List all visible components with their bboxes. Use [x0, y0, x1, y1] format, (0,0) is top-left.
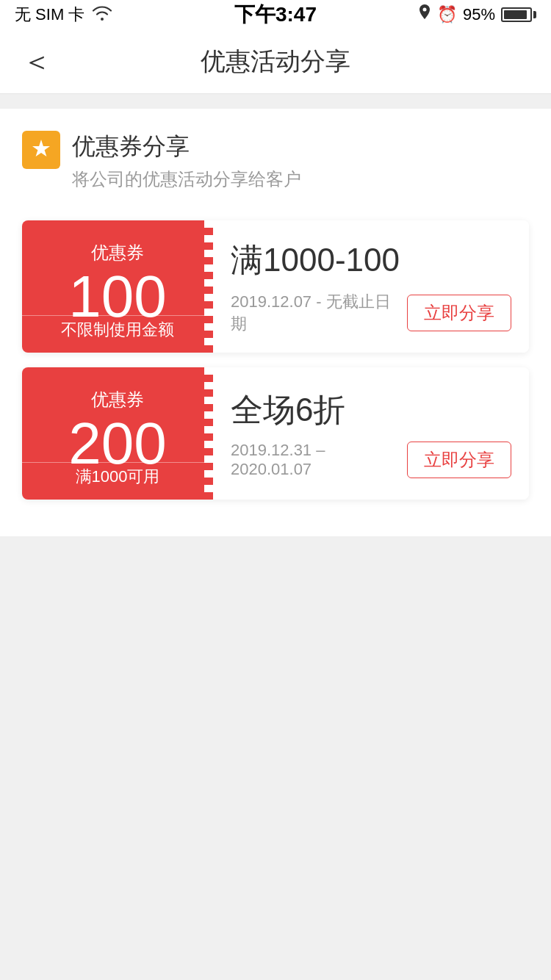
coupon-divider-2	[22, 462, 213, 463]
coupon-date-1: 2019.12.07 - 无截止日期	[231, 291, 400, 335]
coupon-left-1: 优惠券 100 不限制使用金额	[22, 220, 213, 353]
nav-title: 优惠活动分享	[201, 45, 350, 79]
coupon-meta-row-1: 2019.12.07 - 无截止日期 立即分享	[231, 291, 511, 335]
coupon-card-2: 优惠券 200 满1000可用 全场6折 2019.12.31 – 2020.0…	[22, 367, 529, 500]
location-icon	[418, 4, 431, 25]
coupon-label-1: 优惠券	[91, 241, 144, 264]
section-header: 优惠券分享 将公司的优惠活动分享给客户	[0, 109, 551, 206]
back-button[interactable]: ＜	[22, 41, 51, 82]
coupon-list: 优惠券 100 不限制使用金额 满1000-100 2019.12.07 - 无…	[0, 206, 551, 536]
battery-icon	[501, 7, 536, 22]
section-title: 优惠券分享	[72, 131, 301, 163]
section-text-group: 优惠券分享 将公司的优惠活动分享给客户	[72, 131, 301, 191]
coupon-section-icon	[22, 131, 60, 169]
section-subtitle: 将公司的优惠活动分享给客户	[72, 167, 301, 191]
coupon-amount-2: 200	[68, 414, 166, 473]
alarm-icon: ⏰	[437, 5, 457, 24]
coupon-card-1: 优惠券 100 不限制使用金额 满1000-100 2019.12.07 - 无…	[22, 220, 529, 353]
share-button-1[interactable]: 立即分享	[407, 295, 511, 331]
coupon-condition-1: 不限制使用金额	[22, 319, 213, 341]
status-right: ⏰ 95%	[418, 4, 536, 25]
svg-point-0	[422, 8, 426, 12]
nav-bar: ＜ 优惠活动分享	[0, 29, 551, 94]
coupon-name-1: 满1000-100	[231, 239, 511, 282]
coupon-right-2: 全场6折 2019.12.31 – 2020.01.07 立即分享	[213, 367, 529, 500]
coupon-left-2: 优惠券 200 满1000可用	[22, 367, 213, 500]
coupon-amount-1: 100	[68, 267, 166, 326]
status-bar: 无 SIM 卡 下午3:47 ⏰ 95%	[0, 0, 551, 29]
coupon-label-2: 优惠券	[91, 388, 144, 411]
status-left: 无 SIM 卡	[15, 4, 112, 26]
wifi-icon	[92, 4, 112, 25]
coupon-meta-row-2: 2019.12.31 – 2020.01.07 立即分享	[231, 441, 511, 479]
battery-percent: 95%	[463, 5, 495, 24]
share-button-2[interactable]: 立即分享	[407, 442, 511, 478]
coupon-right-1: 满1000-100 2019.12.07 - 无截止日期 立即分享	[213, 220, 529, 353]
coupon-divider-1	[22, 315, 213, 316]
coupon-name-2: 全场6折	[231, 389, 511, 432]
status-time: 下午3:47	[234, 1, 317, 29]
carrier-label: 无 SIM 卡	[15, 4, 84, 26]
coupon-condition-2: 满1000可用	[22, 466, 213, 488]
coupon-date-2: 2019.12.31 – 2020.01.07	[231, 441, 400, 479]
